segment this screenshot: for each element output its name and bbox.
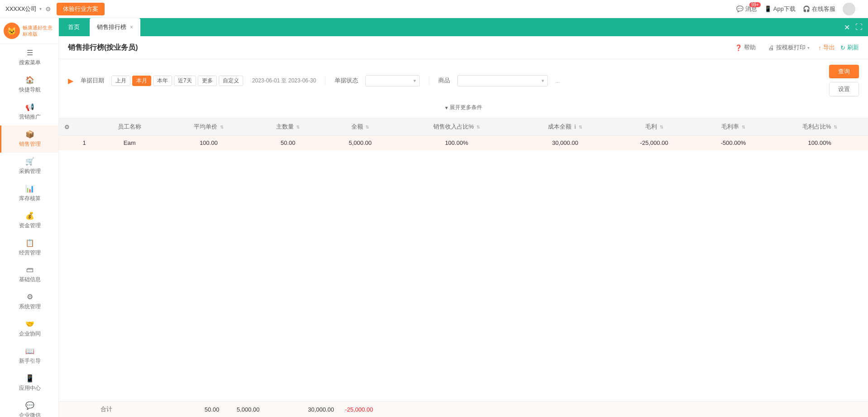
th-name: 员工名称 [93, 118, 166, 136]
logo-line2: 标准版 [23, 31, 53, 37]
expand-more-button[interactable]: ▾ 展开更多条件 [68, 101, 859, 114]
sort-icon-sales-pct[interactable]: ⇅ [476, 125, 480, 129]
cell-gross-pct: 100.00% [772, 136, 868, 150]
app-download-button[interactable]: 📱 App下载 [764, 5, 796, 13]
sort-icon-gross[interactable]: ⇅ [660, 125, 663, 129]
print-button[interactable]: 🖨 按模板打印 ▾ [765, 42, 813, 53]
sidebar-item-label: 企业协同 [19, 330, 41, 338]
quick-nav-icon: 🏠 [25, 76, 34, 84]
status-select-wrapper [365, 75, 420, 86]
date-btn-custom[interactable]: 自定义 [219, 76, 243, 86]
trial-button[interactable]: 体验行业方案 [57, 3, 105, 15]
export-label: 导出 [823, 43, 835, 52]
message-badge: 99+ [749, 2, 761, 7]
tab-bar-right: ✕ ⛶ [844, 23, 868, 32]
date-btn-more[interactable]: 更多 [198, 76, 217, 86]
top-bar-settings-icon[interactable]: ⚙ [45, 5, 51, 13]
sidebar-item-quick-nav[interactable]: 🏠 快捷导航 [0, 71, 58, 98]
sidebar-item-marketing[interactable]: 📢 营销推广 [0, 98, 58, 125]
date-btn-this-month[interactable]: 本月 [132, 76, 151, 86]
sort-icon-amount[interactable]: ⇅ [365, 125, 369, 129]
filter-divider [325, 76, 326, 85]
refresh-button[interactable]: ↻ 刷新 [840, 43, 859, 52]
sort-icon-gross-rate[interactable]: ⇅ [742, 125, 745, 129]
date-label: 单据日期 [81, 77, 104, 85]
sidebar-item-label: 基础信息 [19, 276, 41, 283]
footer-cost: 30,000.00 [302, 406, 340, 413]
company-selector[interactable]: XXXXX公司 ▾ [5, 5, 42, 13]
tab-bar: 首页 销售排行榜 × ✕ ⛶ [59, 18, 868, 36]
date-buttons: 上月 本月 本年 近7天 更多 自定义 [111, 76, 243, 86]
more-filters-icon[interactable]: ... [555, 77, 560, 84]
sort-icon-cost[interactable]: ⇅ [579, 125, 582, 129]
sidebar-item-purchase[interactable]: 🛒 采购管理 [0, 153, 58, 180]
sidebar-item-app-center[interactable]: 📱 应用中心 [0, 369, 58, 397]
date-btn-7days[interactable]: 近7天 [174, 76, 196, 86]
sort-icon-gross-pct[interactable]: ⇅ [834, 125, 837, 129]
guide-icon: 📖 [25, 347, 34, 355]
tab-close-icon[interactable]: × [130, 24, 133, 30]
tab-home[interactable]: 首页 [59, 18, 89, 36]
sidebar-item-label: 应用中心 [19, 384, 41, 392]
finance-icon: 💰 [25, 211, 34, 220]
query-button[interactable]: 查询 [829, 65, 859, 78]
settings-button[interactable]: 设置 [829, 82, 859, 96]
sidebar-item-finance[interactable]: 💰 资金管理 [0, 207, 58, 234]
logo-icon: 🐱 [4, 23, 20, 39]
sidebar-item-label: 采购管理 [19, 168, 41, 175]
sidebar-item-label: 系统管理 [19, 303, 41, 311]
goods-select-wrapper [457, 75, 548, 86]
tab-close-all-icon[interactable]: ✕ [844, 23, 850, 32]
filter-divider2 [429, 76, 429, 85]
sidebar-item-wechat[interactable]: 💬 企业微信 [0, 397, 58, 417]
system-icon: ⚙ [27, 292, 33, 301]
date-btn-this-year[interactable]: 本年 [153, 76, 172, 86]
inventory-icon: 📊 [25, 184, 34, 193]
sidebar-item-basic-info[interactable]: 🗃 基础信息 [0, 261, 58, 288]
filter-expand-arrow[interactable]: ▶ [68, 77, 73, 85]
cell-avg-price: 100.00 [166, 136, 251, 150]
sidebar-item-sales[interactable]: 📦 销售管理 [0, 125, 58, 153]
sidebar: 🐱 畅康通好生意 标准版 ☰ 搜索菜单 🏠 快捷导航 📢 营销推广 📦 销售管理… [0, 18, 59, 417]
message-button[interactable]: 💬 消息 99+ [736, 5, 757, 13]
avatar[interactable] [843, 3, 855, 15]
export-button[interactable]: ↑ 导出 [819, 43, 835, 52]
print-icon: 🖨 [768, 44, 774, 51]
th-avg-price: 平均单价 ⇅ [166, 118, 251, 136]
date-btn-last-month[interactable]: 上月 [111, 76, 130, 86]
sidebar-item-system[interactable]: ⚙ 系统管理 [0, 288, 58, 315]
app-center-icon: 📱 [25, 374, 34, 383]
goods-select[interactable] [457, 75, 548, 86]
sort-icon-qty[interactable]: ⇅ [296, 125, 300, 129]
tab-expand-icon[interactable]: ⛶ [855, 23, 863, 31]
filter-row: ▶ 单据日期 上月 本月 本年 近7天 更多 自定义 2023-06-01 至 … [68, 65, 859, 96]
footer-amount: 5,000.00 [230, 406, 266, 413]
sidebar-item-cooperation[interactable]: 🤝 企业协同 [0, 315, 58, 342]
status-select[interactable] [365, 75, 420, 86]
top-bar: XXXXX公司 ▾ ⚙ 体验行业方案 💬 消息 99+ 📱 App下载 🎧 在线… [0, 0, 868, 18]
help-button[interactable]: ❓ 帮助 [731, 42, 759, 53]
cost-help-icon[interactable]: ℹ [574, 124, 576, 130]
table-footer: 合计 50.00 5,000.00 30,000.00 -25,000.00 [59, 401, 868, 417]
logo-line1: 畅康通好生意 [23, 24, 53, 31]
footer-gross: -25,000.00 [340, 406, 379, 413]
sort-icon[interactable]: ⇅ [220, 125, 224, 129]
marketing-icon: 📢 [25, 103, 34, 111]
sidebar-item-guide[interactable]: 📖 新手引导 [0, 342, 58, 369]
chevron-down-icon: ▾ [445, 105, 448, 111]
th-gross-rate: 毛利率 ⇅ [695, 118, 772, 136]
cooperation-icon: 🤝 [25, 320, 34, 328]
main-layout: 🐱 畅康通好生意 标准版 ☰ 搜索菜单 🏠 快捷导航 📢 营销推广 📦 销售管理… [0, 18, 868, 417]
sidebar-item-label: 企业微信 [19, 412, 41, 417]
th-settings[interactable]: ⚙ [59, 118, 75, 136]
tab-sales-ranking[interactable]: 销售排行榜 × [90, 18, 140, 36]
online-service-button[interactable]: 🎧 在线客服 [803, 5, 835, 13]
footer-qty: 50.00 [194, 406, 230, 413]
sidebar-item-operations[interactable]: 📋 经营管理 [0, 234, 58, 261]
filter-area: ▶ 单据日期 上月 本月 本年 近7天 更多 自定义 2023-06-01 至 … [59, 59, 868, 118]
sidebar-item-inventory[interactable]: 📊 库存核算 [0, 180, 58, 207]
logo-text: 畅康通好生意 标准版 [23, 24, 53, 38]
sidebar-item-search-order[interactable]: ☰ 搜索菜单 [0, 44, 58, 71]
print-label: 按模板打印 [776, 43, 806, 52]
sidebar-item-label: 资金管理 [19, 222, 41, 230]
